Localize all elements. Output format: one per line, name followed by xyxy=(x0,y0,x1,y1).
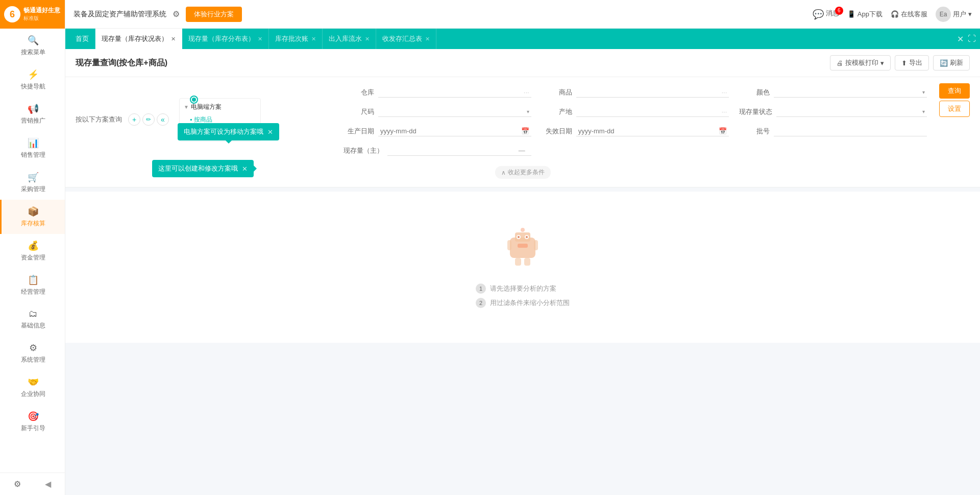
sidebar-item-system[interactable]: ⚙ 系统管理 xyxy=(0,336,65,370)
sidebar-label-sales: 销售管理 xyxy=(21,151,45,159)
stock-main-input-from[interactable] xyxy=(389,147,514,154)
fullscreen-button[interactable]: ⛶ xyxy=(968,34,976,44)
edit-scheme-button[interactable]: ✏ xyxy=(142,113,155,126)
prev-scheme-button[interactable]: « xyxy=(157,113,169,126)
warehouse-dots[interactable]: ··· xyxy=(524,88,529,96)
tab-batch-ledger[interactable]: 库存批次账 ✕ xyxy=(269,29,323,49)
size-dropdown-icon[interactable]: ▾ xyxy=(527,109,529,114)
sidebar-item-sales[interactable]: 📊 销售管理 xyxy=(0,131,65,166)
production-date-input[interactable] xyxy=(380,127,521,135)
print-label: 按模板打印 xyxy=(845,58,878,67)
sidebar-item-search[interactable]: 🔍 搜索菜单 xyxy=(0,29,65,63)
sidebar-nav: 🔍 搜索菜单 ⚡ 快捷导航 📢 营销推广 📊 销售管理 🛒 采购管理 📦 库存核… xyxy=(0,29,65,473)
production-date-calendar-icon[interactable]: 📅 xyxy=(521,127,529,135)
expiry-date-input[interactable] xyxy=(578,127,719,135)
reset-button[interactable]: 设置 xyxy=(939,101,970,117)
stock-main-wrapper[interactable]: — xyxy=(387,146,531,156)
expiry-date-calendar-icon[interactable]: 📅 xyxy=(719,127,727,135)
refresh-label: 刷新 xyxy=(950,58,963,67)
refresh-button[interactable]: 🔄 刷新 xyxy=(933,55,970,70)
sidebar-label-basic: 基础信息 xyxy=(21,321,45,330)
warehouse-select-wrapper[interactable]: ··· xyxy=(378,87,531,98)
batch-wrapper[interactable] xyxy=(774,126,927,136)
goods-select-wrapper[interactable]: ··· xyxy=(576,87,729,98)
sidebar-item-inventory[interactable]: 📦 库存核算 xyxy=(0,200,65,234)
connector-dot xyxy=(191,97,197,103)
tab-home[interactable]: 首页 xyxy=(69,29,95,49)
close-all-tabs-button[interactable]: ✕ xyxy=(957,34,964,44)
sidebar-item-purchase[interactable]: 🛒 采购管理 xyxy=(0,166,65,200)
sidebar-item-enterprise[interactable]: 🤝 企业协同 xyxy=(0,370,65,405)
sidebar-item-quick-nav[interactable]: ⚡ 快捷导航 xyxy=(0,63,65,97)
svg-rect-6 xyxy=(518,244,528,248)
add-scheme-button[interactable]: + xyxy=(128,113,140,126)
tab-inventory-status-close[interactable]: ✕ xyxy=(171,36,176,42)
color-select-wrapper[interactable]: ▾ xyxy=(774,87,927,98)
goods-input[interactable] xyxy=(578,88,720,96)
operations-icon: 📋 xyxy=(28,274,39,286)
sidebar-label-purchase: 采购管理 xyxy=(21,185,45,194)
empty-steps-list: 1 请先选择要分析的方案 2 用过滤条件来缩小分析范围 xyxy=(476,284,570,312)
tab-in-out-flow[interactable]: 出入库流水 ✕ xyxy=(323,29,376,49)
notification-item[interactable]: 💬 6 消息 xyxy=(813,9,839,20)
tab-inventory-status[interactable]: 现存量（库存状况表） ✕ xyxy=(95,29,182,49)
sidebar-item-basic[interactable]: 🗂 基础信息 xyxy=(0,302,65,336)
brand-text: 畅通通好生意 标准版 xyxy=(23,7,60,22)
online-service-label: 在线客服 xyxy=(901,10,927,19)
tab-receipt-summary[interactable]: 收发存汇总表 ✕ xyxy=(376,29,436,49)
batch-field: 批号 xyxy=(739,126,927,136)
header-right: 💬 6 消息 📱 App下载 🎧 在线客服 Ea 用户 ▾ xyxy=(813,7,972,22)
brand-name: 畅通通好生意 xyxy=(23,7,60,15)
tab-batch-ledger-close[interactable]: ✕ xyxy=(311,36,316,42)
trial-button[interactable]: 体验行业方案 xyxy=(186,7,242,22)
inventory-icon: 📦 xyxy=(28,206,39,217)
tab-inventory-dist-close[interactable]: ✕ xyxy=(258,36,262,42)
add-scheme-tooltip-close[interactable]: ✕ xyxy=(267,128,273,136)
origin-select-wrapper[interactable]: ··· xyxy=(576,107,729,117)
expiry-date-wrapper[interactable]: 📅 xyxy=(576,126,729,136)
collapse-more-button[interactable]: ∧ 收起更多条件 xyxy=(495,166,551,179)
desktop-child-label: 按商品 xyxy=(194,115,212,124)
tab-inventory-dist[interactable]: 现存量（库存分布表） ✕ xyxy=(182,29,269,49)
tabs-bar: 首页 现存量（库存状况表） ✕ 现存量（库存分布表） ✕ 库存批次账 ✕ 出入库… xyxy=(65,29,980,49)
color-dropdown-icon[interactable]: ▾ xyxy=(922,89,925,95)
stock-status-input[interactable] xyxy=(778,108,922,115)
tab-receipt-summary-label: 收发存汇总表 xyxy=(382,34,422,43)
scheme-tooltip-text: 这里可以创建和修改方案哦 xyxy=(158,164,238,173)
stock-status-dropdown-icon[interactable]: ▾ xyxy=(922,109,925,114)
tabs-right-controls: ✕ ⛶ xyxy=(957,34,976,44)
production-date-wrapper[interactable]: 📅 xyxy=(378,126,531,136)
system-settings-icon[interactable]: ⚙ xyxy=(173,9,180,19)
sidebar-label-quick-nav: 快捷导航 xyxy=(21,82,45,91)
goods-dots[interactable]: ··· xyxy=(721,88,727,96)
search-button[interactable]: 查询 xyxy=(939,83,970,99)
origin-dots[interactable]: ··· xyxy=(721,108,727,115)
sidebar-item-finance[interactable]: 💰 资金管理 xyxy=(0,234,65,268)
tab-in-out-flow-label: 出入库流水 xyxy=(329,34,362,43)
print-button[interactable]: 🖨 按模板打印 ▾ xyxy=(830,55,891,70)
online-service-item[interactable]: 🎧 在线客服 xyxy=(891,10,927,19)
scheme-tooltip-close[interactable]: ✕ xyxy=(242,165,248,173)
size-select-wrapper[interactable]: ▾ xyxy=(378,107,531,117)
collapse-sidebar-button[interactable]: ◀ xyxy=(45,479,51,489)
sidebar-item-marketing[interactable]: 📢 营销推广 xyxy=(0,97,65,131)
notification-count: 6 xyxy=(835,7,843,15)
color-input[interactable] xyxy=(776,88,922,96)
sidebar-item-operations[interactable]: 📋 经营管理 xyxy=(0,268,65,302)
sales-icon: 📊 xyxy=(28,137,39,149)
size-input[interactable] xyxy=(380,108,527,115)
settings-button[interactable]: ⚙ xyxy=(14,479,21,489)
user-item[interactable]: Ea 用户 ▾ xyxy=(936,7,972,22)
scheme-desktop[interactable]: ▼ 电脑端方案 xyxy=(180,101,260,113)
tab-receipt-summary-close[interactable]: ✕ xyxy=(425,36,430,42)
warehouse-input[interactable] xyxy=(380,88,522,96)
app-download-item[interactable]: 📱 App下载 xyxy=(847,10,883,19)
tab-in-out-flow-close[interactable]: ✕ xyxy=(365,36,370,42)
export-button[interactable]: ⬆ 导出 xyxy=(895,55,929,70)
origin-input[interactable] xyxy=(578,108,720,115)
avatar-text: Ea xyxy=(940,11,947,18)
batch-input[interactable] xyxy=(776,127,925,135)
sidebar-item-guide[interactable]: 🎯 新手引导 xyxy=(0,405,65,439)
stock-status-select-wrapper[interactable]: ▾ xyxy=(776,107,927,117)
page-title: 现存量查询(按仓库+商品) xyxy=(76,58,167,68)
